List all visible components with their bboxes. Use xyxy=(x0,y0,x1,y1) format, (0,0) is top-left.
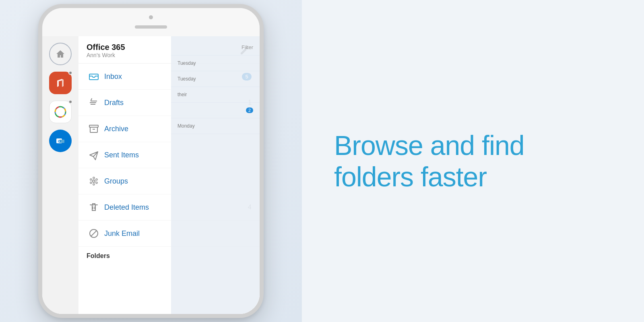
tagline: Browse and find folders faster xyxy=(334,130,524,192)
svg-rect-12 xyxy=(90,127,97,132)
phone-shell: O Office 365 Ann's Work xyxy=(38,4,264,318)
office-app-icon[interactable] xyxy=(49,72,72,94)
svg-point-20 xyxy=(93,177,95,179)
office-logo-icon xyxy=(54,76,67,89)
phone-side-buttons-left xyxy=(38,56,39,106)
account-name: Office 365 xyxy=(87,43,125,52)
svg-line-25 xyxy=(91,231,97,236)
home-icon xyxy=(55,48,66,60)
office-notification-dot xyxy=(68,71,72,75)
left-section: O Office 365 Ann's Work xyxy=(0,0,302,322)
email-bg-item-3: their xyxy=(171,87,260,103)
office-app-wrapper xyxy=(49,72,72,94)
mute-button xyxy=(38,56,39,68)
google-logo-icon xyxy=(54,105,67,119)
svg-text:O: O xyxy=(58,139,61,143)
outlook-app-icon[interactable]: O xyxy=(49,130,72,152)
drafts-icon xyxy=(87,95,101,110)
tagline-line1: Browse and find xyxy=(334,130,524,161)
email-bg-item-4: 2 xyxy=(171,103,260,118)
email-bg-item-1: Tuesday xyxy=(171,56,260,71)
deleted-icon xyxy=(87,200,101,215)
groups-icon xyxy=(87,174,101,188)
phone-screen: O Office 365 Ann's Work xyxy=(42,36,260,314)
google-app-icon[interactable] xyxy=(49,101,72,123)
camera xyxy=(149,15,153,19)
home-app-icon[interactable] xyxy=(49,43,72,65)
home-app-wrapper xyxy=(49,43,72,65)
email-bg-item-2: Tuesday xyxy=(171,71,260,87)
svg-point-17 xyxy=(96,179,97,180)
volume-down-button xyxy=(38,92,39,106)
outlook-logo-icon: O xyxy=(54,134,67,147)
email-panel-background: Filter Tuesday Tuesday their 2 Monday xyxy=(171,36,260,314)
folder-title-block: Office 365 Ann's Work xyxy=(87,43,125,58)
app-sidebar: O xyxy=(42,36,78,314)
junk-icon xyxy=(87,226,101,241)
filter-label: Filter xyxy=(171,39,260,56)
power-button xyxy=(263,68,264,91)
right-section: Browse and find folders faster xyxy=(302,130,644,192)
account-sub: Ann's Work xyxy=(87,52,125,58)
tagline-line2: folders faster xyxy=(334,161,524,192)
volume-up-button xyxy=(38,72,39,87)
inbox-icon xyxy=(87,69,101,84)
google-notification-dot xyxy=(68,100,72,104)
phone-side-buttons-right xyxy=(263,68,264,91)
svg-point-21 xyxy=(93,184,95,185)
filter-text: Filter xyxy=(242,44,253,50)
outlook-app-wrapper: O xyxy=(49,130,72,152)
google-app-wrapper xyxy=(49,101,72,123)
svg-point-18 xyxy=(90,182,92,184)
svg-point-16 xyxy=(90,179,92,180)
email-bg-badge: 2 xyxy=(246,107,253,113)
speaker xyxy=(135,25,167,29)
svg-point-15 xyxy=(93,180,95,182)
archive-icon xyxy=(87,122,101,136)
email-bg-item-5: Monday xyxy=(171,118,260,134)
sent-icon xyxy=(87,148,101,162)
svg-point-19 xyxy=(96,182,97,184)
phone-top-bar xyxy=(42,8,260,36)
